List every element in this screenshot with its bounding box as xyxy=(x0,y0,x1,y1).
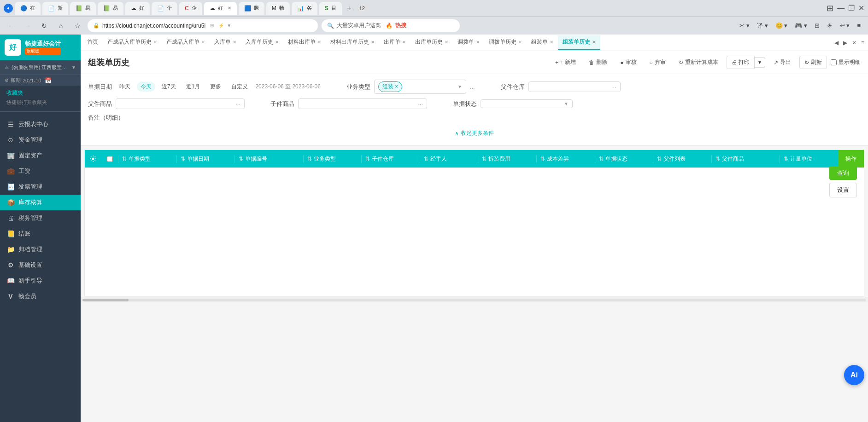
settings-query-button[interactable]: 设置 xyxy=(829,183,857,197)
content-tab-in-history[interactable]: 入库单历史 ✕ xyxy=(241,35,283,50)
emoji-tool[interactable]: 😊 ▾ xyxy=(773,21,791,30)
sidebar-item-invoice[interactable]: 🧾 发票管理 xyxy=(0,179,81,195)
game-tool[interactable]: 🎮 ▾ xyxy=(792,21,810,30)
grid-tool[interactable]: ⊞ xyxy=(812,21,822,30)
sidebar-item-settings[interactable]: ⚙ 基础设置 xyxy=(0,257,81,273)
mat-out-history-close[interactable]: ✕ xyxy=(371,40,375,45)
content-tab-out[interactable]: 出库单 ✕ xyxy=(379,35,411,50)
sidebar-item-finance[interactable]: ⊙ 资金管理 xyxy=(0,132,81,148)
search-box[interactable]: 🔍 大量安卓用户逃离 🔥 热搜 xyxy=(322,19,460,32)
browser-tab-4[interactable]: 📗 易 xyxy=(98,2,123,15)
abandon-button[interactable]: ○ 弃审 xyxy=(645,57,670,68)
tab-scroll-right[interactable]: ▶ xyxy=(841,40,849,46)
grid-icon[interactable]: ⊞ xyxy=(210,23,214,28)
content-tab-out-history[interactable]: 出库单历史 ✕ xyxy=(411,35,453,50)
sidebar-item-assets[interactable]: 🏢 固定资产 xyxy=(0,148,81,163)
biz-type-more-icon[interactable]: ... xyxy=(470,83,475,90)
content-tab-assemble[interactable]: 组装单 ✕ xyxy=(527,35,558,50)
ai-button[interactable]: Ai xyxy=(844,365,864,385)
tab-scroll-left[interactable]: ◀ xyxy=(833,40,840,46)
browser-tab-11[interactable]: 📊 各 xyxy=(292,2,317,15)
th-cost-diff[interactable]: ⇅ 成本差异 xyxy=(536,155,595,163)
browser-tab-2[interactable]: 📄 新 xyxy=(42,2,68,15)
assemble-history-close[interactable]: ✕ xyxy=(592,40,596,45)
child-goods-input[interactable]: ··· xyxy=(298,98,427,109)
parent-warehouse-input[interactable]: ··· xyxy=(528,81,621,92)
minimize-button[interactable]: — xyxy=(837,4,845,12)
th-settings-icon[interactable] xyxy=(85,155,101,162)
th-parent-goods[interactable]: ⇅ 父件商品 xyxy=(711,155,780,163)
in-close[interactable]: ✕ xyxy=(233,40,236,45)
browser-tab-10[interactable]: M 畅 xyxy=(266,2,290,15)
browser-tab-6[interactable]: 📄 个 xyxy=(152,2,177,15)
status-select[interactable]: ▼ xyxy=(481,99,573,108)
child-goods-more[interactable]: ··· xyxy=(418,100,423,107)
content-tab-mat-out[interactable]: 材料出库单 ✕ xyxy=(283,35,326,50)
sidebar-item-close[interactable]: 📒 结账 xyxy=(0,226,81,242)
th-parent-list[interactable]: ⇅ 父件列表 xyxy=(653,155,711,163)
query-button[interactable]: 查询 xyxy=(829,166,857,180)
content-tab-transfer-history[interactable]: 调拨单历史 ✕ xyxy=(484,35,527,50)
th-handler[interactable]: ⇅ 经手人 xyxy=(420,155,478,163)
biz-type-tag[interactable]: 组装 × xyxy=(378,81,402,92)
today-btn[interactable]: 今天 xyxy=(137,82,155,92)
recalculate-button[interactable]: ↻ 重新计算成本 xyxy=(674,57,723,68)
in-history-close[interactable]: ✕ xyxy=(275,40,279,45)
address-field[interactable]: 🔒 https://cloud.chanjet.com/accounting/u… xyxy=(88,19,318,32)
assemble-close[interactable]: ✕ xyxy=(550,40,553,45)
th-disassemble-fee[interactable]: ⇅ 拆装费用 xyxy=(478,155,536,163)
home-button[interactable]: ⌂ xyxy=(54,19,67,32)
prod-in-close[interactable]: ✕ xyxy=(201,40,205,45)
translate-tool[interactable]: 译 ▾ xyxy=(754,21,771,31)
th-child-warehouse[interactable]: ⇅ 子件仓库 xyxy=(361,155,420,163)
undo-tool[interactable]: ↩ ▾ xyxy=(837,21,853,30)
brightness-tool[interactable]: ☀ xyxy=(824,21,835,30)
scrollbar-track[interactable] xyxy=(82,299,866,301)
content-tab-in[interactable]: 入库单 ✕ xyxy=(210,35,241,50)
more-date-btn[interactable]: 更多 xyxy=(206,82,225,92)
bookmark-button[interactable]: ☆ xyxy=(71,19,84,32)
sidebar-item-tax[interactable]: 🖨 税务管理 xyxy=(0,210,81,226)
browser-tab-3[interactable]: 📗 易 xyxy=(70,2,96,15)
transfer-history-close[interactable]: ✕ xyxy=(518,40,522,45)
th-select-all[interactable] xyxy=(101,156,118,162)
out-history-close[interactable]: ✕ xyxy=(445,40,448,45)
sidebar-item-reports[interactable]: ☰ 云报表中心 xyxy=(0,116,81,132)
content-tab-transfer[interactable]: 调拨单 ✕ xyxy=(453,35,484,50)
audit-button[interactable]: ● 审核 xyxy=(616,57,641,68)
print-dropdown[interactable]: ▼ xyxy=(755,57,765,68)
last1m-btn[interactable]: 近1月 xyxy=(182,82,204,92)
th-doc-date[interactable]: ⇅ 单据日期 xyxy=(176,155,235,163)
extensions-icon[interactable]: ⊞ xyxy=(827,3,833,13)
browser-tab-1[interactable]: 🔵 在 xyxy=(15,2,41,15)
select-all-checkbox[interactable] xyxy=(107,156,113,162)
content-tab-mat-out-history[interactable]: 材料出库单历史 ✕ xyxy=(326,35,379,50)
forward-button[interactable]: → xyxy=(21,19,34,32)
company-selector[interactable]: ⚠ (勿删勿禁用) 江西服宝测试专用 ▼ xyxy=(0,60,81,75)
custom-date-btn[interactable]: 自定义 xyxy=(228,82,252,92)
close-button[interactable]: ✕ xyxy=(858,4,864,12)
content-tab-assemble-history[interactable]: 组装单历史 ✕ xyxy=(558,35,600,50)
sidebar-item-inventory[interactable]: 📦 库存核算 xyxy=(0,195,81,210)
content-tab-prod-in-history[interactable]: 产成品入库单历史 ✕ xyxy=(103,35,162,50)
settings-small-icon[interactable]: ⚙ xyxy=(5,78,9,83)
maximize-button[interactable]: ❐ xyxy=(848,4,855,12)
browser-tab-5[interactable]: ☁ 好 xyxy=(125,2,150,15)
browser-tab-8[interactable]: ☁ 好 ✕ xyxy=(204,2,237,15)
sidebar-item-guide[interactable]: 📖 新手引导 xyxy=(0,273,81,289)
new-button[interactable]: + + 新增 xyxy=(551,57,581,68)
sidebar-item-member[interactable]: V 畅会员 xyxy=(0,289,81,304)
address-dropdown[interactable]: ▼ xyxy=(227,23,231,28)
show-detail-checkbox[interactable] xyxy=(831,59,837,65)
out-close[interactable]: ✕ xyxy=(402,40,406,45)
scrollbar-thumb[interactable] xyxy=(82,299,129,301)
last7-btn[interactable]: 近7天 xyxy=(158,82,180,92)
delete-button[interactable]: 🗑 删除 xyxy=(584,57,612,68)
mat-out-close[interactable]: ✕ xyxy=(317,40,321,45)
collapse-button[interactable]: ∧ 收起更多条件 xyxy=(452,127,497,140)
calendar-icon[interactable]: 📅 xyxy=(45,77,52,84)
sidebar-item-archive[interactable]: 📁 归档管理 xyxy=(0,242,81,257)
browser-tab-7[interactable]: C 企 xyxy=(179,2,202,15)
tab-8-close[interactable]: ✕ xyxy=(228,6,231,11)
parent-goods-more[interactable]: ··· xyxy=(235,100,240,107)
